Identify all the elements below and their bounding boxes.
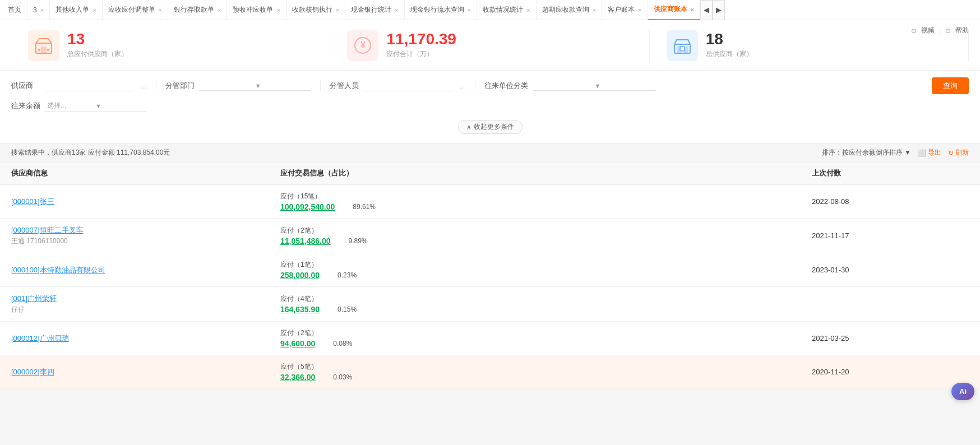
nav-tab-other-income[interactable]: 其他收入单 × xyxy=(50,0,102,20)
payable-percent: 0.23% xyxy=(338,271,357,279)
table-row: [000001]张三应付（15笔）100,092,540.0089.61%202… xyxy=(0,185,980,219)
nav-tab-prepay-offset[interactable]: 预收冲应收单 × xyxy=(227,0,286,20)
close-icon[interactable]: × xyxy=(468,7,471,13)
payable-amount[interactable]: 100,092,540.00 xyxy=(280,202,335,211)
nav-tab-collection-exec[interactable]: 收款核销执行 × xyxy=(286,0,345,20)
nav-tab-collection-stat[interactable]: 收款情况统计 × xyxy=(477,0,536,20)
col-supplier-info: 供应商信息 xyxy=(11,168,280,178)
payable-percent: 0.03% xyxy=(333,373,352,381)
svg-rect-9 xyxy=(680,47,685,51)
collapse-button[interactable]: ∧ 收起更多条件 xyxy=(458,120,523,134)
sort-label[interactable]: 排序：按应付余额倒序排序 ▼ xyxy=(822,148,911,157)
balance-filter-label: 往来余额 xyxy=(11,101,40,111)
person-dots[interactable]: ... xyxy=(460,81,466,90)
person-input[interactable] xyxy=(363,80,453,91)
filter-supplier: 供应商 ... xyxy=(11,80,147,91)
payable-amount[interactable]: 32,366.00 xyxy=(280,373,315,382)
supplier-link[interactable]: [000100]本特勤油品有限公司 xyxy=(11,266,105,274)
svg-point-3 xyxy=(47,49,49,51)
video-link[interactable]: 视频 xyxy=(921,26,935,35)
refresh-button[interactable]: ↻ 刷新 xyxy=(948,148,969,157)
close-icon[interactable]: × xyxy=(593,7,596,13)
nav-tab-supplier-ledger[interactable]: 供应商账本 × xyxy=(648,0,700,20)
table-row: [000100]本特勤油品有限公司应付（1笔）258,000.000.23%20… xyxy=(0,253,980,287)
nav-tab-customer-ledger[interactable]: 客户账本 × xyxy=(602,0,648,20)
ai-button[interactable]: Ai xyxy=(951,383,974,400)
category-filter-label: 往来单位分类 xyxy=(484,81,528,91)
payable-cell: 应付（2笔）94,600.000.08% xyxy=(280,328,812,348)
nav-tab-cash-bank-flow[interactable]: 现金银行流水查询 × xyxy=(405,0,477,20)
payable-icon: ¥ xyxy=(347,30,378,61)
close-icon[interactable]: × xyxy=(276,7,280,13)
payable-cell: 应付（1笔）258,000.000.23% xyxy=(280,260,812,280)
store-icon xyxy=(667,30,698,61)
supplier-link[interactable]: [000012]广州贝瑞 xyxy=(11,334,69,342)
table-row: [000007]恒旺二手叉车王通 17106110000应付（2笔）11,051… xyxy=(0,219,980,253)
total-suppliers-label: 总供应商（家） xyxy=(706,49,753,59)
category-select[interactable]: ▼ xyxy=(533,81,656,91)
supplier-dots[interactable]: ... xyxy=(140,81,147,90)
supplier-sub-info: 王通 17106110000 xyxy=(11,237,280,246)
filter-row-2: 往来余额 选择... ▼ xyxy=(11,100,969,112)
nav-tab-ar-ap-adjust[interactable]: 应收应付调整单 × xyxy=(103,0,168,20)
close-icon[interactable]: × xyxy=(93,7,96,13)
last-pay-date: 2022-08-08 xyxy=(812,197,969,206)
filter-row-1: 供应商 ... 分管部门 ▼ 分管人员 ... 往来单位分类 ▼ xyxy=(11,77,969,94)
query-button[interactable]: 查询 xyxy=(932,77,969,94)
close-icon[interactable]: × xyxy=(691,6,694,13)
balance-select[interactable]: 选择... ▼ xyxy=(45,100,146,112)
payable-description: 应付（4笔） xyxy=(280,294,318,304)
payable-description: 应付（1笔） xyxy=(280,260,318,270)
nav-prev-arrow[interactable]: ◀ xyxy=(700,0,713,20)
supplier-link[interactable]: [000002]李四 xyxy=(11,368,54,376)
dept-select[interactable]: ▼ xyxy=(199,81,311,91)
close-icon[interactable]: × xyxy=(218,7,221,13)
close-icon[interactable]: × xyxy=(395,7,398,13)
last-pay-date: 2021-11-17 xyxy=(812,231,969,240)
result-bar: 搜索结果中，供应商13家 应付金额 111,703,854.00元 排序：按应付… xyxy=(0,143,980,163)
collapse-bar: ∧ 收起更多条件 xyxy=(11,118,969,138)
svg-rect-1 xyxy=(41,47,47,53)
nav-tab-overdue-ar[interactable]: 超期应收款查询 × xyxy=(537,0,602,20)
total-suppliers-count: 18 xyxy=(706,31,753,47)
supplier-link[interactable]: [000001]张三 xyxy=(11,197,54,206)
close-icon[interactable]: × xyxy=(159,7,162,13)
nav-tab-3[interactable]: 3 × xyxy=(27,0,50,20)
supplier-input[interactable] xyxy=(44,80,133,91)
help-link[interactable]: 帮助 xyxy=(955,26,969,35)
close-icon[interactable]: × xyxy=(40,7,44,13)
nav-next-arrow[interactable]: ▶ xyxy=(713,0,725,20)
person-filter-label: 分管人员 xyxy=(330,81,359,91)
payable-amount[interactable]: 258,000.00 xyxy=(280,271,320,280)
payable-total-amount: 11,170.39 xyxy=(386,31,456,47)
export-button[interactable]: ⬜ 导出 xyxy=(918,148,941,157)
nav-tab-home[interactable]: 首页 xyxy=(2,0,27,20)
nav-tab-bank-deposit[interactable]: 银行存取款单 × xyxy=(168,0,227,20)
filter-category: 往来单位分类 ▼ xyxy=(484,81,656,91)
table-row: [000012]广州贝瑞应付（2笔）94,600.000.08%2021-03-… xyxy=(0,322,980,355)
divider xyxy=(320,80,321,91)
export-icon: ⬜ xyxy=(918,149,926,157)
supplier-link[interactable]: [000007]恒旺二手叉车 xyxy=(11,226,84,234)
payable-percent: 0.15% xyxy=(338,305,357,313)
last-pay-date: 2020-11-20 xyxy=(812,368,969,376)
payable-percent: 9.89% xyxy=(349,237,368,245)
header-stats: 13 总应付供应商（家） ¥ 11,170.39 应付合计（万） xyxy=(0,20,980,71)
payable-amount[interactable]: 164,635.90 xyxy=(280,305,320,314)
nav-tab-cash-bank-stat[interactable]: 现金银行统计 × xyxy=(345,0,404,20)
last-pay-date: 2023-01-30 xyxy=(812,266,969,274)
supplier-cell: [000100]本特勤油品有限公司 xyxy=(11,265,280,275)
filter-dept: 分管部门 ▼ xyxy=(165,81,311,91)
close-icon[interactable]: × xyxy=(526,7,530,13)
close-icon[interactable]: × xyxy=(336,7,339,13)
payable-amount[interactable]: 94,600.00 xyxy=(280,339,315,348)
table-row: [000002]李四应付（5笔）32,366.000.03%2020-11-20 xyxy=(0,355,980,389)
stat-block-payable-suppliers: 13 总应付供应商（家） xyxy=(11,30,330,61)
payable-amount[interactable]: 11,051,486.00 xyxy=(280,237,331,245)
supplier-link[interactable]: [001]广州荣轩 xyxy=(11,294,57,303)
dept-filter-label: 分管部门 xyxy=(165,81,195,91)
col-payable-info: 应付交易信息（占比） xyxy=(280,168,812,178)
payable-cell: 应付（2笔）11,051,486.009.89% xyxy=(280,226,812,245)
svg-text:¥: ¥ xyxy=(360,40,366,50)
close-icon[interactable]: × xyxy=(638,7,641,13)
